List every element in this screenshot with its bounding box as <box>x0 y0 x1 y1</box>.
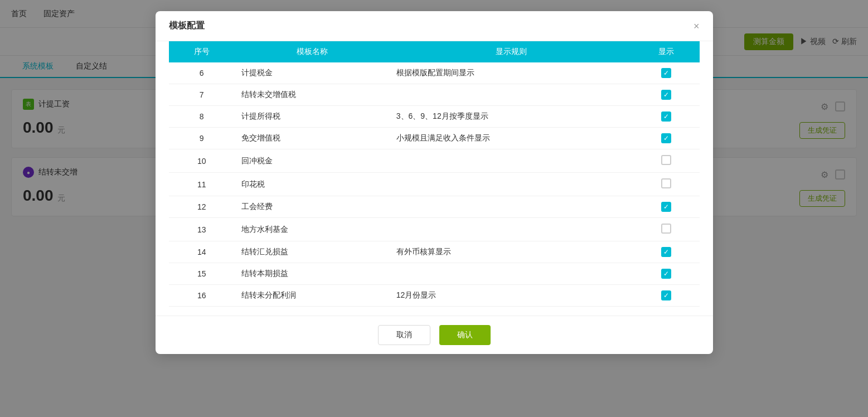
checkbox-row-1[interactable]: ✓ <box>661 90 671 100</box>
cell-name: 免交增值税 <box>235 128 390 149</box>
cell-num: 9 <box>169 128 235 149</box>
modal-title: 模板配置 <box>169 20 205 32</box>
table-row: 15结转本期损益✓ <box>169 263 700 285</box>
cell-checkbox[interactable]: ✓ <box>633 84 699 106</box>
cell-rule: 有外币核算显示 <box>390 241 633 263</box>
cell-rule <box>390 218 633 241</box>
col-name: 模板名称 <box>235 41 390 62</box>
checkbox-row-7[interactable] <box>661 224 671 234</box>
cell-rule <box>390 196 633 218</box>
cell-rule <box>390 84 633 106</box>
cell-name: 结转本期损益 <box>235 263 390 285</box>
cell-num: 10 <box>169 149 235 173</box>
checkbox-row-8[interactable]: ✓ <box>661 247 671 257</box>
cell-num: 12 <box>169 196 235 218</box>
cell-name: 计提税金 <box>235 62 390 84</box>
cell-checkbox[interactable]: ✓ <box>633 128 699 149</box>
cell-checkbox[interactable]: ✓ <box>633 196 699 218</box>
table-row: 14结转汇兑损益有外币核算显示✓ <box>169 241 700 263</box>
cell-num: 8 <box>169 106 235 128</box>
table-row: 7结转未交增值税✓ <box>169 84 700 106</box>
checkbox-row-10[interactable]: ✓ <box>661 290 671 300</box>
cell-rule: 根据模版配置期间显示 <box>390 62 633 84</box>
table-body: 6计提税金根据模版配置期间显示✓7结转未交增值税✓8计提所得税3、6、9、12月… <box>169 62 700 307</box>
col-show: 显示 <box>633 41 699 62</box>
confirm-button[interactable]: 确认 <box>439 325 491 345</box>
template-config-modal: 模板配置 × 序号 模板名称 显示规则 显示 6计提税金根据模版配置期间显示✓7… <box>156 11 713 354</box>
cell-rule <box>390 263 633 285</box>
modal-header: 模板配置 × <box>156 11 713 41</box>
cell-checkbox[interactable] <box>633 173 699 196</box>
col-rule: 显示规则 <box>390 41 633 62</box>
modal-footer: 取消 确认 <box>156 316 713 354</box>
cell-name: 结转未交增值税 <box>235 84 390 106</box>
cell-checkbox[interactable] <box>633 218 699 241</box>
cell-num: 6 <box>169 62 235 84</box>
cell-name: 结转未分配利润 <box>235 285 390 307</box>
col-num: 序号 <box>169 41 235 62</box>
cell-name: 工会经费 <box>235 196 390 218</box>
table-row: 12工会经费✓ <box>169 196 700 218</box>
cell-checkbox[interactable]: ✓ <box>633 241 699 263</box>
checkbox-row-2[interactable]: ✓ <box>661 111 671 122</box>
checkbox-row-5[interactable] <box>661 178 671 188</box>
cell-name: 计提所得税 <box>235 106 390 128</box>
cell-name: 印花税 <box>235 173 390 196</box>
config-table: 序号 模板名称 显示规则 显示 6计提税金根据模版配置期间显示✓7结转未交增值税… <box>169 41 700 307</box>
cell-checkbox[interactable] <box>633 149 699 173</box>
cell-rule <box>390 173 633 196</box>
table-row: 10回冲税金 <box>169 149 700 173</box>
cell-num: 13 <box>169 218 235 241</box>
modal-close-button[interactable]: × <box>694 21 700 31</box>
table-row: 6计提税金根据模版配置期间显示✓ <box>169 62 700 84</box>
cell-rule <box>390 149 633 173</box>
cell-rule: 12月份显示 <box>390 285 633 307</box>
cancel-button[interactable]: 取消 <box>378 325 430 345</box>
modal-body: 序号 模板名称 显示规则 显示 6计提税金根据模版配置期间显示✓7结转未交增值税… <box>156 41 713 316</box>
cell-num: 14 <box>169 241 235 263</box>
cell-checkbox[interactable]: ✓ <box>633 263 699 285</box>
table-row: 16结转未分配利润12月份显示✓ <box>169 285 700 307</box>
table-row: 13地方水利基金 <box>169 218 700 241</box>
cell-num: 7 <box>169 84 235 106</box>
checkbox-row-4[interactable] <box>661 155 671 165</box>
table-row: 11印花税 <box>169 173 700 196</box>
cell-checkbox[interactable]: ✓ <box>633 62 699 84</box>
cell-rule: 小规模且满足收入条件显示 <box>390 128 633 149</box>
checkbox-row-3[interactable]: ✓ <box>661 133 671 143</box>
cell-num: 15 <box>169 263 235 285</box>
checkbox-row-0[interactable]: ✓ <box>661 68 671 78</box>
cell-num: 16 <box>169 285 235 307</box>
table-row: 8计提所得税3、6、9、12月按季度显示✓ <box>169 106 700 128</box>
cell-checkbox[interactable]: ✓ <box>633 285 699 307</box>
table-header: 序号 模板名称 显示规则 显示 <box>169 41 700 62</box>
cell-checkbox[interactable]: ✓ <box>633 106 699 128</box>
checkbox-row-9[interactable]: ✓ <box>661 269 671 279</box>
cell-rule: 3、6、9、12月按季度显示 <box>390 106 633 128</box>
cell-name: 回冲税金 <box>235 149 390 173</box>
cell-num: 11 <box>169 173 235 196</box>
cell-name: 地方水利基金 <box>235 218 390 241</box>
modal-overlay: 模板配置 × 序号 模板名称 显示规则 显示 6计提税金根据模版配置期间显示✓7… <box>0 0 868 417</box>
table-row: 9免交增值税小规模且满足收入条件显示✓ <box>169 128 700 149</box>
checkbox-row-6[interactable]: ✓ <box>661 202 671 212</box>
cell-name: 结转汇兑损益 <box>235 241 390 263</box>
